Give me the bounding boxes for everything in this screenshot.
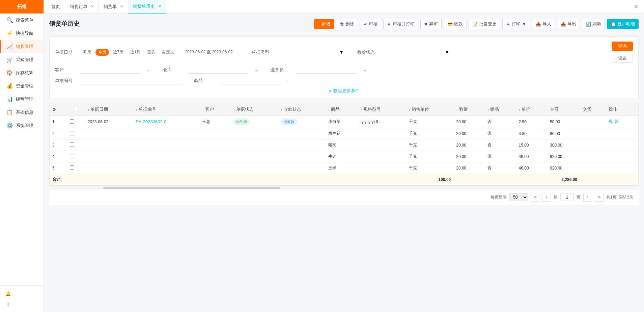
- cell-doc-no[interactable]: [133, 151, 199, 162]
- prev-page-button[interactable]: ‹: [542, 193, 551, 202]
- sort-icon[interactable]: ↕: [88, 108, 89, 111]
- row-checkbox[interactable]: [70, 119, 74, 124]
- cell-checkbox[interactable]: [67, 128, 85, 139]
- view-action[interactable]: 视: [609, 119, 613, 124]
- cell-action[interactable]: [606, 151, 638, 162]
- sort-icon[interactable]: ↕: [456, 108, 458, 111]
- row-checkbox[interactable]: [70, 142, 74, 147]
- setting-button[interactable]: 设置: [612, 54, 633, 63]
- cell-checkbox[interactable]: [67, 116, 85, 128]
- abandon-button[interactable]: ✖ 弃审: [420, 19, 442, 29]
- print-button[interactable]: 🖨 打印 ▼: [502, 19, 530, 29]
- cell-action[interactable]: [606, 139, 638, 151]
- sort-icon[interactable]: ↕: [487, 108, 489, 111]
- page-number-input[interactable]: [560, 193, 574, 201]
- delete-button[interactable]: 🗑 删除: [336, 19, 358, 29]
- plus-icon: +: [318, 22, 320, 27]
- col-checkbox[interactable]: [67, 103, 85, 116]
- sort-icon[interactable]: ↕: [233, 108, 235, 111]
- cell-action[interactable]: [606, 162, 638, 174]
- tab-home[interactable]: 首页: [47, 0, 65, 14]
- doc-type-select[interactable]: ▼: [277, 48, 345, 57]
- cell-date: [85, 139, 133, 151]
- import-button[interactable]: 📥 导入: [532, 19, 555, 29]
- agent-dots[interactable]: ···: [362, 67, 366, 73]
- date-tab-7days[interactable]: 近7天: [110, 49, 126, 56]
- doc-no-link[interactable]: SA-20230602-0: [136, 119, 166, 124]
- horizontal-scrollbar[interactable]: [49, 186, 639, 189]
- add-button[interactable]: + 新增: [314, 19, 334, 29]
- product-input[interactable]: [220, 77, 279, 84]
- sort-icon[interactable]: ↕: [328, 108, 330, 111]
- sort-icon[interactable]: ↕: [519, 108, 520, 111]
- tab-sales-history-close[interactable]: ✕: [158, 4, 161, 8]
- sort-icon[interactable]: ↕: [409, 108, 411, 111]
- collect-status-select[interactable]: ▼: [383, 48, 451, 57]
- customer-input[interactable]: [81, 66, 140, 74]
- sort-icon[interactable]: ↕: [136, 108, 137, 111]
- cell-checkbox[interactable]: [67, 139, 85, 151]
- tab-sales-delivery[interactable]: 销货单 ✕: [99, 0, 128, 14]
- date-tab-more[interactable]: 更多: [144, 49, 158, 56]
- product-dots[interactable]: ···: [286, 78, 290, 83]
- agent-input[interactable]: [296, 66, 356, 74]
- audit-button[interactable]: ✔ 审核: [360, 19, 381, 29]
- next-page-button[interactable]: ›: [583, 193, 592, 202]
- query-button[interactable]: 查询: [612, 42, 633, 51]
- date-tab-yesterday[interactable]: 昨天: [81, 49, 94, 56]
- per-page-select[interactable]: 50 100 200: [509, 193, 528, 201]
- cell-doc-no[interactable]: [133, 128, 199, 139]
- cell-action[interactable]: 视器: [606, 116, 638, 128]
- date-tab-1month[interactable]: 近1月: [128, 49, 143, 56]
- show-detail-button[interactable]: 📋 显示明细: [607, 19, 639, 29]
- scrollbar-thumb[interactable]: [103, 187, 280, 189]
- customer-dots[interactable]: ···: [147, 67, 151, 73]
- cell-doc-no[interactable]: SA-20230602-0: [133, 116, 199, 128]
- sidebar-footer-pause[interactable]: ⏸: [0, 299, 44, 309]
- sort-icon[interactable]: ↕: [360, 108, 362, 111]
- sidebar-footer-notify[interactable]: 🔔: [0, 288, 44, 299]
- collect-status-input[interactable]: [384, 49, 444, 56]
- collect-button[interactable]: 💳 收款: [444, 19, 467, 29]
- collapse-button[interactable]: ∧ 收起更多条件: [55, 88, 633, 94]
- first-page-button[interactable]: ⊲: [531, 193, 539, 202]
- sidebar-item-sys-mgmt[interactable]: ⚙️ 系统管理: [0, 119, 44, 132]
- batch-change-button[interactable]: 📝 批量变更: [469, 19, 500, 29]
- tab-sales-delivery-close[interactable]: ✕: [120, 4, 123, 9]
- cell-doc-no[interactable]: [133, 139, 199, 151]
- select-all-checkbox[interactable]: [74, 107, 78, 111]
- last-page-button[interactable]: ⊳: [595, 193, 604, 202]
- warehouse-input[interactable]: [189, 66, 248, 74]
- tab-sales-order[interactable]: 销售订单 ✕: [65, 0, 99, 14]
- sidebar-item-inventory[interactable]: 🏠 库存核算: [0, 66, 44, 79]
- cell-checkbox[interactable]: [67, 162, 85, 174]
- sidebar-item-ops-mgmt[interactable]: 📊 经营管理: [0, 93, 44, 106]
- sort-icon[interactable]: ↕: [281, 108, 282, 111]
- close-all-tabs[interactable]: ✕: [631, 3, 641, 10]
- warehouse-dots[interactable]: ···: [255, 67, 259, 73]
- doc-type-input[interactable]: [279, 49, 338, 56]
- row-checkbox[interactable]: [70, 154, 74, 158]
- cell-action[interactable]: [606, 128, 638, 139]
- sidebar-item-basic-info[interactable]: 📋 基础信息: [0, 106, 44, 119]
- doc-no-input[interactable]: [81, 77, 182, 84]
- sidebar-item-finance-mgmt[interactable]: 💰 资金管理: [0, 79, 44, 93]
- sidebar-item-sales-mgmt[interactable]: 📈 销售管理: [0, 40, 44, 53]
- col-settings[interactable]: ⚙: [50, 103, 67, 116]
- refresh-button[interactable]: 🔄 刷新: [582, 19, 605, 29]
- audit-print-button[interactable]: 🖨 审核并打印: [383, 19, 418, 29]
- edit-action[interactable]: 器: [615, 119, 619, 124]
- row-checkbox[interactable]: [70, 165, 74, 170]
- cell-checkbox[interactable]: [67, 151, 85, 162]
- tab-sales-order-close[interactable]: ✕: [91, 4, 94, 9]
- cell-doc-no[interactable]: [133, 162, 199, 174]
- sort-icon[interactable]: ↕: [202, 108, 204, 111]
- sidebar-item-search-menu[interactable]: 🔍 搜索菜单: [0, 14, 44, 27]
- export-button[interactable]: 📤 导出: [557, 19, 580, 29]
- row-checkbox[interactable]: [70, 131, 74, 135]
- sidebar-item-purchase-mgmt[interactable]: 🛒 采购管理: [0, 53, 44, 66]
- date-tab-custom[interactable]: 自定义: [159, 49, 177, 56]
- sidebar-item-quick-nav[interactable]: ⚡ 快捷导航: [0, 27, 44, 40]
- tab-sales-history[interactable]: 销货单历史 ✕: [128, 0, 166, 14]
- date-tab-today[interactable]: 今天: [95, 49, 109, 56]
